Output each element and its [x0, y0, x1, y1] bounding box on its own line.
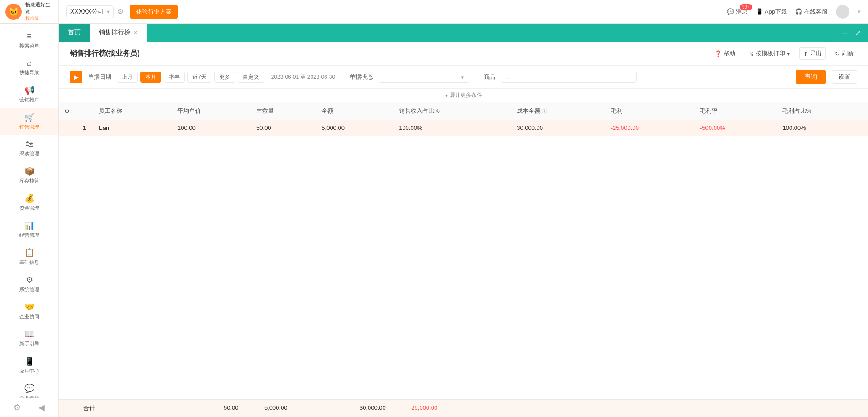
sidebar-bottom: ⚙ ◀: [0, 398, 58, 417]
tab-sales-rank[interactable]: 销售排行榜 ✕: [90, 24, 147, 42]
print-button[interactable]: 🖨 按模板打印 ▾: [744, 48, 794, 59]
sidebar-label-marketing: 营销推广: [19, 96, 39, 103]
sidebar-item-inventory[interactable]: 📦 库存核算: [0, 162, 58, 189]
sidebar-logo: 🐱 畅康通好生意 标准版: [0, 0, 58, 24]
tab-home-label: 首页: [68, 29, 81, 37]
filter-toggle-button[interactable]: ▶: [70, 71, 82, 83]
sidebar-label-app-center: 应用中心: [19, 368, 39, 374]
sidebar-collapse-icon[interactable]: ◀: [38, 403, 45, 412]
sidebar-label-guide: 新手引导: [19, 340, 39, 347]
trial-button[interactable]: 体验行业方案: [130, 5, 178, 19]
company-selector[interactable]: XXXXX公司 ▾: [66, 5, 114, 18]
sidebar-item-guide[interactable]: 📖 新手引导: [0, 325, 58, 352]
th-amount: 全额: [316, 102, 393, 120]
sidebar-item-enterprise[interactable]: 🤝 企业协同: [0, 297, 58, 325]
sidebar-item-finance[interactable]: 💰 资金管理: [0, 189, 58, 216]
sidebar-item-purchase[interactable]: 🛍 采购管理: [0, 135, 58, 162]
footer-gross: -25,000.00: [404, 404, 443, 412]
topbar-gear-icon[interactable]: ⚙: [117, 7, 124, 16]
th-sales-pct: 销售收入占比%: [393, 102, 511, 120]
status-select[interactable]: ▾: [379, 72, 469, 83]
sidebar-item-wechat[interactable]: 💬 企业微信: [0, 379, 58, 398]
company-name: XXXXX公司: [70, 8, 104, 16]
refresh-icon: ↻: [835, 50, 840, 57]
topbar-right: 💬 消息 99+ 📱 App下载 🎧 在线客服 ▾: [727, 5, 861, 19]
row-avg-price: 100.00: [172, 120, 251, 136]
refresh-button[interactable]: ↻ 刷新: [831, 48, 857, 59]
minimize-icon[interactable]: —: [842, 29, 849, 37]
row-rank: 1: [75, 120, 93, 136]
footer-sales-pct-empty: [304, 404, 354, 412]
footer-qty: 50.00: [218, 404, 259, 412]
tab-home[interactable]: 首页: [59, 24, 90, 42]
user-name: ▾: [858, 8, 861, 15]
sidebar-label-purchase: 采购管理: [19, 150, 39, 157]
logo-text: 畅康通好生意 标准版: [25, 1, 53, 22]
th-gross-rate: 毛利率: [695, 102, 777, 120]
goods-input[interactable]: ...: [501, 72, 637, 83]
row-gross: -25,000.00: [605, 120, 695, 136]
date-btn-more[interactable]: 更多: [214, 72, 235, 83]
sidebar-item-basic-info[interactable]: 📋 基础信息: [0, 243, 58, 270]
export-button[interactable]: ⬆ 导出: [799, 47, 826, 60]
sidebar-label-wechat: 企业微信: [19, 395, 39, 398]
query-button[interactable]: 查询: [796, 70, 826, 84]
date-filter-label: 单据日期: [88, 73, 111, 81]
th-gross: 毛利: [605, 102, 695, 120]
footer-cells: 合计 50.00 5,000.00 30,000.00 -25,000.00: [64, 404, 863, 412]
finance-icon: 💰: [24, 193, 34, 203]
online-service-button[interactable]: 🎧 在线客服: [795, 8, 828, 16]
date-btn-custom[interactable]: 自定义: [238, 72, 264, 83]
date-buttons: 上月 本月 本年 近7天 更多 自定义: [117, 72, 264, 83]
maximize-icon[interactable]: ⤢: [855, 29, 861, 37]
app-logo-icon: 🐱: [5, 4, 22, 20]
sidebar-label-enterprise: 企业协同: [19, 313, 39, 320]
date-btn-this-month[interactable]: 本月: [140, 72, 161, 83]
goods-value: ...: [506, 74, 632, 81]
table-body: 1 Eam 100.00 50.00 5,000.00 100.00% 30,0…: [59, 120, 868, 136]
tab-window-controls: — ⤢: [842, 24, 868, 42]
sidebar-item-search-order[interactable]: ≡ 搜索菜单: [0, 27, 58, 54]
settings-button[interactable]: 设置: [832, 70, 857, 84]
th-qty: 主数量: [251, 102, 316, 120]
message-icon: 💬: [727, 8, 734, 15]
topbar: XXXXX公司 ▾ ⚙ 体验行业方案 💬 消息 99+ 📱 App下载 🎧 在线…: [59, 0, 868, 24]
date-btn-last-month[interactable]: 上月: [117, 72, 138, 83]
app-center-icon: 📱: [24, 356, 34, 366]
page-header: 销售排行榜(按业务员) ❓ 帮助 🖨 按模板打印 ▾ ⬆ 导出 ↻ 刷新: [59, 42, 868, 66]
sidebar-label-quick-nav: 快捷导航: [19, 69, 39, 76]
user-avatar[interactable]: [836, 5, 849, 19]
app-download-button[interactable]: 📱 App下载: [756, 8, 787, 16]
messages-button[interactable]: 💬 消息 99+: [727, 8, 748, 16]
expand-more-bar[interactable]: ▾ 展开更多条件: [59, 89, 868, 102]
tab-sales-rank-label: 销售排行榜: [99, 29, 130, 37]
row-gross-pct: 100.00%: [777, 120, 868, 136]
headset-icon: 🎧: [795, 8, 802, 15]
help-button[interactable]: ❓ 帮助: [711, 48, 739, 59]
sidebar-label-operations: 经营管理: [19, 232, 39, 239]
enterprise-icon: 🤝: [24, 302, 34, 312]
guide-icon: 📖: [24, 329, 34, 339]
sidebar-item-operations[interactable]: 📊 经营管理: [0, 216, 58, 243]
th-settings[interactable]: ⚙: [59, 102, 75, 120]
sidebar-item-app-center[interactable]: 📱 应用中心: [0, 352, 58, 379]
tab-close-icon[interactable]: ✕: [133, 29, 138, 36]
home-icon: ⌂: [27, 58, 32, 68]
sidebar-settings-icon[interactable]: ⚙: [14, 403, 21, 412]
sidebar-item-system[interactable]: ⚙ 系统管理: [0, 270, 58, 297]
print-icon: 🖨: [748, 50, 754, 57]
date-btn-this-year[interactable]: 本年: [164, 72, 185, 83]
inventory-icon: 📦: [24, 166, 34, 176]
data-table-container: ⚙ 员工名称 平均单价 主数量 全额 销售收入占比% 成本全额 ⓘ 毛利 毛利率…: [59, 102, 868, 399]
table-row: 1 Eam 100.00 50.00 5,000.00 100.00% 30,0…: [59, 120, 868, 136]
main-content: 销售排行榜(按业务员) ❓ 帮助 🖨 按模板打印 ▾ ⬆ 导出 ↻ 刷新: [59, 42, 868, 417]
filter-bar: ▶ 单据日期 上月 本月 本年 近7天 更多 自定义 2023-06-01 至 …: [59, 66, 868, 89]
footer-empty-settings: [64, 404, 78, 412]
sidebar-item-quick-nav[interactable]: ⌂ 快捷导航: [0, 54, 58, 81]
sidebar-item-marketing[interactable]: 📢 营销推广: [0, 81, 58, 108]
row-amount: 5,000.00: [316, 120, 393, 136]
sidebar-item-sales[interactable]: 🛒 销售管理: [0, 108, 58, 135]
help-icon: ❓: [715, 50, 722, 57]
status-chevron-icon: ▾: [461, 74, 464, 81]
date-btn-last-7days[interactable]: 近7天: [187, 72, 211, 83]
